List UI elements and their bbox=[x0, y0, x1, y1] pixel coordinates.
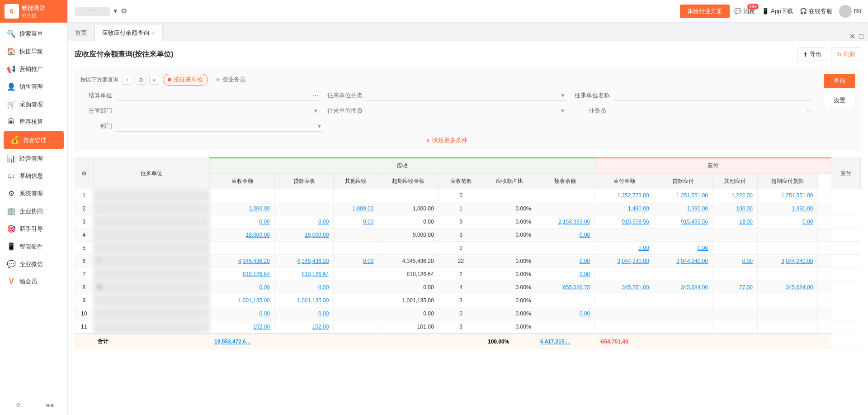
row-other-ar[interactable] bbox=[334, 281, 378, 294]
row-overdue-ap[interactable]: 345,684.00 bbox=[758, 281, 818, 294]
sidebar-item-warehouse[interactable]: 🏛 库存核算 bbox=[0, 113, 67, 130]
row-other-ar[interactable] bbox=[334, 229, 378, 242]
row-ar-amount[interactable]: 0.00 bbox=[210, 281, 274, 294]
scheme-salesman[interactable]: 按业务员 bbox=[212, 74, 250, 85]
row-loan-ap[interactable] bbox=[654, 294, 713, 307]
sidebar-item-system[interactable]: ⚙ 系统管理 bbox=[0, 185, 67, 202]
row-ap-amount[interactable]: 345,761.00 bbox=[595, 281, 654, 294]
row-loan-ap[interactable]: 345,684.00 bbox=[654, 281, 713, 294]
row-ar-amount[interactable]: 0.00 bbox=[210, 307, 274, 320]
table-settings-icon[interactable]: ⚙ bbox=[81, 170, 87, 177]
dropdown-arrow[interactable]: ▼ bbox=[113, 8, 118, 14]
notifications-btn[interactable]: 💬 消息 99+ bbox=[734, 7, 755, 15]
sidebar-item-wechat[interactable]: 💬 企业微信 bbox=[0, 255, 67, 273]
row-other-ap[interactable] bbox=[713, 294, 758, 307]
row-other-ar[interactable] bbox=[334, 242, 378, 255]
row-other-ap[interactable]: 0.00 bbox=[713, 255, 758, 268]
export-button[interactable]: ⬆ 导出 bbox=[797, 48, 827, 61]
row-overdue-ap[interactable] bbox=[758, 229, 818, 242]
row-loan-ap[interactable] bbox=[654, 268, 713, 281]
app-download-btn[interactable]: 📱 App下载 bbox=[762, 7, 793, 15]
row-loan-ar[interactable]: 18,000.00 bbox=[274, 229, 334, 242]
row-advance-balance[interactable]: 655,636.75 bbox=[536, 281, 595, 294]
row-ap-amount[interactable]: 3,044,240.00 bbox=[595, 255, 654, 268]
row-ar-amount[interactable]: 152.00 bbox=[210, 320, 274, 334]
row-ar-amount[interactable]: 0.00 bbox=[210, 215, 274, 229]
salesman-input[interactable] bbox=[610, 105, 807, 116]
row-overdue-ap[interactable] bbox=[758, 307, 818, 320]
scheme-collapse-btn[interactable]: « bbox=[149, 75, 159, 85]
row-loan-ap[interactable]: 0.00 bbox=[654, 242, 713, 255]
query-button[interactable]: 查询 bbox=[824, 74, 855, 88]
row-ar-amount[interactable]: 18,000.00 bbox=[210, 229, 274, 242]
partner-name-input[interactable] bbox=[613, 90, 812, 101]
row-loan-ar[interactable]: 0.00 bbox=[274, 307, 334, 320]
sidebar-item-search[interactable]: 🔍 搜索菜单 bbox=[0, 25, 67, 43]
row-ar-amount[interactable]: 1,000.00 bbox=[210, 202, 274, 215]
dept-input[interactable] bbox=[116, 121, 316, 131]
add-scheme-btn[interactable]: + bbox=[122, 75, 132, 85]
settlement-unit-input[interactable] bbox=[116, 90, 312, 100]
collapse-more-btn[interactable]: ∧ 收起更多条件 bbox=[426, 136, 467, 144]
row-loan-ap[interactable] bbox=[654, 307, 713, 320]
row-loan-ap[interactable]: 915,495.56 bbox=[654, 215, 713, 229]
maximize-btn[interactable]: □ bbox=[859, 33, 863, 41]
row-other-ap[interactable] bbox=[713, 242, 758, 255]
row-other-ap[interactable] bbox=[713, 268, 758, 281]
row-loan-ar[interactable]: 0.00 bbox=[274, 215, 334, 229]
row-advance-balance[interactable] bbox=[536, 320, 595, 334]
row-other-ar[interactable] bbox=[334, 189, 378, 202]
refresh-button[interactable]: ↻ 刷新 bbox=[831, 48, 861, 61]
sidebar-item-marketing[interactable]: 📢 营销推广 bbox=[0, 60, 67, 78]
footer-advance-balance[interactable]: 6,417,215.... bbox=[536, 334, 595, 349]
row-advance-balance[interactable] bbox=[536, 242, 595, 255]
row-ap-amount[interactable] bbox=[595, 294, 654, 307]
user-menu[interactable]: Rit bbox=[839, 5, 861, 18]
row-ap-amount[interactable]: 1,490.00 bbox=[595, 202, 654, 215]
sidebar-item-operations[interactable]: 📊 经营管理 bbox=[0, 150, 67, 167]
row-other-ar[interactable] bbox=[334, 294, 378, 307]
row-overdue-ap[interactable]: 1,390.00 bbox=[758, 202, 818, 215]
row-ar-amount[interactable] bbox=[210, 242, 274, 255]
sidebar-item-purchase[interactable]: 🛒 采购管理 bbox=[0, 95, 67, 113]
row-loan-ap[interactable]: 3,044,240.00 bbox=[654, 255, 713, 268]
row-advance-balance[interactable]: 0.00 bbox=[536, 229, 595, 242]
row-loan-ar[interactable] bbox=[274, 189, 334, 202]
scheme-partner[interactable]: 按往来单位 bbox=[163, 74, 208, 86]
partner-category-input[interactable] bbox=[366, 90, 560, 100]
partner-nature-input[interactable] bbox=[366, 105, 560, 116]
tab-close-btn[interactable]: × bbox=[152, 30, 155, 36]
row-loan-ap[interactable] bbox=[654, 229, 713, 242]
row-loan-ap[interactable] bbox=[654, 320, 713, 334]
row-overdue-ap[interactable]: 3,044,240.00 bbox=[758, 255, 818, 268]
scheme-settings-btn[interactable]: ⊙ bbox=[136, 75, 146, 85]
collapse-btn[interactable]: ◀◀ bbox=[36, 400, 63, 410]
row-ar-amount[interactable]: 810,126.64 bbox=[210, 268, 274, 281]
header-settings-icon[interactable]: ⚙ bbox=[121, 7, 127, 15]
row-other-ap[interactable]: 77.00 bbox=[713, 281, 758, 294]
row-overdue-ap[interactable] bbox=[758, 242, 818, 255]
row-overdue-ap[interactable]: 1,251,551.00 bbox=[758, 189, 818, 202]
row-ar-amount[interactable]: 4,345,436.20 bbox=[210, 255, 274, 268]
row-ap-amount[interactable] bbox=[595, 229, 654, 242]
online-service-btn[interactable]: 🎧 在线客服 bbox=[800, 7, 832, 15]
row-other-ar[interactable] bbox=[334, 268, 378, 281]
row-overdue-ap[interactable] bbox=[758, 320, 818, 334]
settings-bottom-btn[interactable]: ⚙ bbox=[5, 400, 32, 410]
row-advance-balance[interactable]: 0.00 bbox=[536, 255, 595, 268]
tab-active[interactable]: 应收应付余额查询 × bbox=[94, 25, 163, 41]
row-other-ar[interactable]: 0.00 bbox=[334, 215, 378, 229]
salesman-dots[interactable]: ··· bbox=[807, 107, 812, 115]
row-loan-ar[interactable]: 4,345,436.20 bbox=[274, 255, 334, 268]
sidebar-item-member[interactable]: V 畅会员 bbox=[0, 273, 67, 290]
filter-settings-button[interactable]: 设置 bbox=[824, 93, 855, 108]
sidebar-item-guide[interactable]: 🎯 新手引导 bbox=[0, 220, 67, 238]
sidebar-item-smart[interactable]: 📱 智能硬件 bbox=[0, 238, 67, 255]
row-ar-amount[interactable]: 1,001,135.00 bbox=[210, 294, 274, 307]
tab-home[interactable]: 首页 bbox=[68, 25, 94, 41]
row-loan-ar[interactable]: 0.00 bbox=[274, 281, 334, 294]
settlement-dots[interactable]: ··· bbox=[312, 91, 318, 100]
row-loan-ar[interactable] bbox=[274, 242, 334, 255]
row-ap-amount[interactable]: 915,508.56 bbox=[595, 215, 654, 229]
row-other-ap[interactable]: 13.00 bbox=[713, 215, 758, 229]
